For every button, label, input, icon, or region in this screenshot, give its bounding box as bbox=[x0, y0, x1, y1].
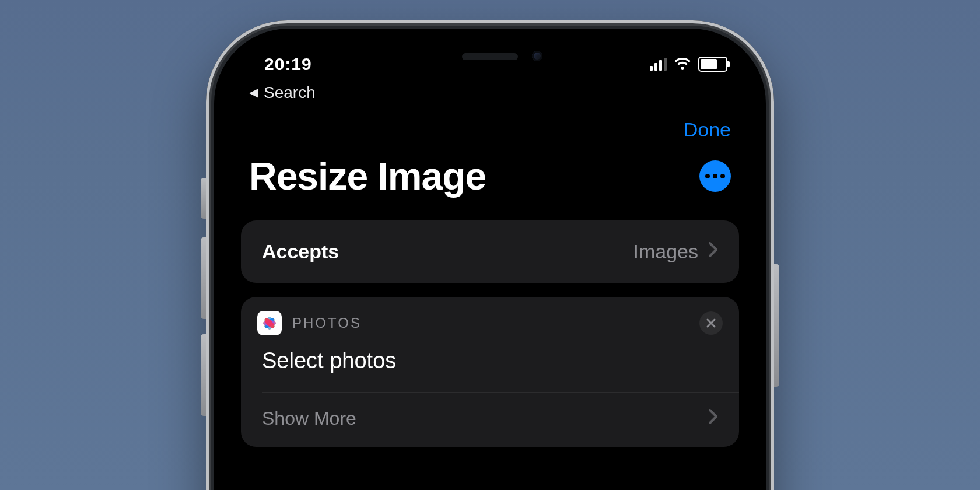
page-title: Resize Image bbox=[249, 154, 486, 198]
wallpaper-backdrop: 20:19 bbox=[0, 0, 980, 490]
back-caret-icon: ◀ bbox=[249, 85, 258, 99]
wifi-icon bbox=[674, 58, 691, 71]
done-button[interactable]: Done bbox=[684, 118, 731, 141]
status-time: 20:19 bbox=[253, 54, 312, 74]
action-card-select-photos[interactable]: PHOTOS Select photos Show More bbox=[241, 297, 739, 447]
cellular-signal-icon bbox=[650, 58, 667, 71]
side-button bbox=[774, 264, 779, 387]
nav-toolbar: Done bbox=[223, 102, 757, 144]
chevron-right-icon bbox=[709, 242, 718, 261]
accepts-label: Accepts bbox=[262, 240, 339, 263]
volume-up-button bbox=[201, 237, 206, 319]
screen: 20:19 bbox=[223, 38, 757, 490]
action-title: Select photos bbox=[241, 340, 739, 392]
remove-action-button[interactable] bbox=[699, 312, 723, 335]
back-label: Search bbox=[264, 83, 316, 102]
accepts-value: Images bbox=[634, 240, 699, 263]
device-bezel: 20:19 bbox=[214, 29, 766, 490]
action-app-label: PHOTOS bbox=[292, 315, 362, 331]
chevron-right-icon bbox=[709, 409, 718, 428]
mute-switch bbox=[201, 178, 206, 219]
accepts-row[interactable]: Accepts Images bbox=[241, 220, 739, 283]
photos-app-icon bbox=[257, 311, 282, 335]
status-bar: 20:19 bbox=[223, 44, 757, 85]
device-frame: 20:19 bbox=[206, 20, 774, 490]
volume-down-button bbox=[201, 334, 206, 416]
show-more-row[interactable]: Show More bbox=[241, 393, 739, 447]
back-to-search[interactable]: ◀ Search bbox=[223, 83, 757, 102]
more-button[interactable] bbox=[699, 160, 731, 192]
battery-icon bbox=[698, 57, 727, 72]
show-more-label: Show More bbox=[262, 408, 356, 429]
